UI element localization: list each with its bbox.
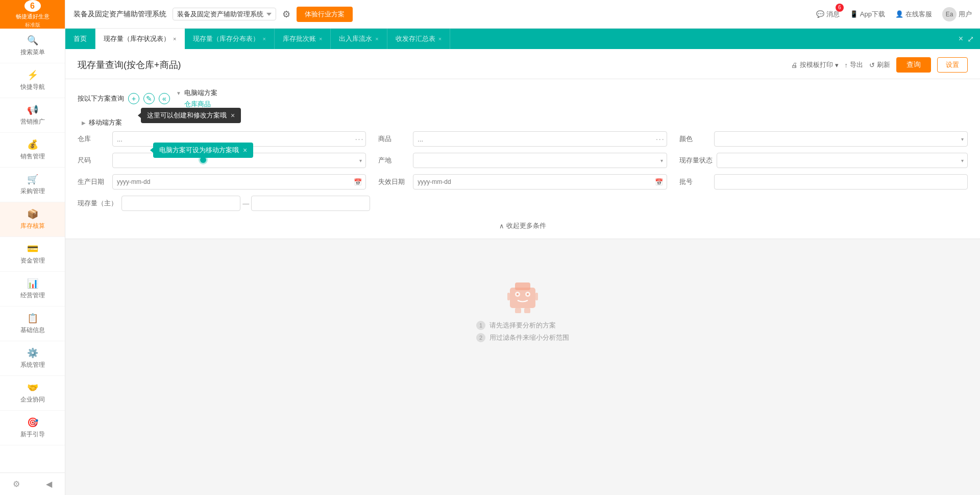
sidebar-item-sales-label: 销售管理 <box>20 152 45 161</box>
messages-button[interactable]: 💬 消息 6 <box>816 10 840 19</box>
close-inventory-dist-tab[interactable]: × <box>262 36 265 42</box>
sidebar-item-sales[interactable]: 💰 销售管理 <box>0 133 65 168</box>
enterprise-icon: 🤝 <box>27 382 38 393</box>
system-selector[interactable]: 装备及固定资产辅助管理系统 <box>173 8 276 20</box>
sidebar-item-quick[interactable]: ⚡ 快捷导航 <box>0 63 65 98</box>
create-tooltip-close[interactable]: × <box>231 111 235 120</box>
sidebar-item-system[interactable]: ⚙️ 系统管理 <box>0 341 65 376</box>
scheme-pc-parent[interactable]: ▼ 电脑端方案 <box>176 87 258 99</box>
stock-main-max-input[interactable] <box>251 196 370 211</box>
cursor-indicator <box>200 157 206 163</box>
collapse-filter-button[interactable]: ∧ 收起更多条件 <box>78 217 968 230</box>
marketing-icon: 📢 <box>27 104 38 115</box>
sales-icon: 💰 <box>27 139 38 150</box>
header-gear-icon[interactable]: ⚙ <box>282 9 290 20</box>
tab-collect-summary[interactable]: 收发存汇总表 × <box>387 29 450 49</box>
filter-row-3: 生产日期 📅 失效日期 📅 批号 <box>78 174 968 190</box>
header-right: 💬 消息 6 📱 App下载 👤 在线客服 Ea 用户 <box>816 7 972 21</box>
production-date-input[interactable] <box>112 174 366 190</box>
sidebar-item-quick-label: 快捷导航 <box>20 83 45 91</box>
export-button[interactable]: ↑ 导出 <box>845 60 864 69</box>
pc-tooltip-close[interactable]: × <box>243 146 247 154</box>
filter-add-button[interactable]: + <box>128 93 139 104</box>
close-collect-summary-tab[interactable]: × <box>438 36 442 42</box>
sidebar-item-business[interactable]: 📊 经营管理 <box>0 272 65 307</box>
filter-edit-button[interactable]: ✎ <box>143 93 155 104</box>
goods-select-wrap: ··· <box>413 131 667 147</box>
close-all-tabs-icon[interactable]: × <box>959 34 963 43</box>
query-button[interactable]: 查询 <box>896 57 931 73</box>
sidebar-item-marketing[interactable]: 📢 营销推广 <box>0 98 65 133</box>
service-icon: 👤 <box>895 10 903 18</box>
svg-rect-7 <box>535 293 538 300</box>
tab-inventory-status[interactable]: 现存量（库存状况表） × <box>95 29 185 49</box>
print-button[interactable]: 🖨 按模板打印 ▾ <box>791 60 839 69</box>
app-download-label: App下载 <box>860 10 885 19</box>
sidebar-item-basic[interactable]: 📋 基础信息 <box>0 307 65 341</box>
warehouse-more-icon: ··· <box>355 135 364 143</box>
sidebar-item-purchase[interactable]: 🛒 采购管理 <box>0 168 65 202</box>
finance-icon: 💳 <box>27 243 38 254</box>
close-in-out-flow-tab[interactable]: × <box>375 36 378 42</box>
quick-icon: ⚡ <box>27 69 38 81</box>
basic-icon: 📋 <box>27 313 38 324</box>
chevron-down-icon: ▼ <box>176 90 181 96</box>
sidebar-item-search[interactable]: 🔍 搜索菜单 <box>0 29 65 63</box>
goods-input[interactable] <box>413 131 667 147</box>
scheme-tree: ▼ 电脑端方案 仓库商品 <box>176 87 258 110</box>
filter-expiry-date: 失效日期 📅 <box>378 174 667 190</box>
origin-select[interactable] <box>413 153 667 168</box>
sidebar-item-guide[interactable]: 🎯 新手引导 <box>0 411 65 445</box>
filter-back-button[interactable]: « <box>159 93 170 104</box>
expiry-date-input[interactable] <box>413 174 667 190</box>
app-download-button[interactable]: 📱 App下载 <box>850 10 885 19</box>
filter-production-date: 生产日期 📅 <box>78 174 366 190</box>
page-actions: 🖨 按模板打印 ▾ ↑ 导出 ↺ 刷新 查询 设置 <box>791 57 968 79</box>
service-button[interactable]: 👤 在线客服 <box>895 10 932 19</box>
collapse-icon[interactable]: ◀ <box>46 479 52 489</box>
sidebar-item-inventory[interactable]: 📦 库存核算 <box>0 202 65 237</box>
tab-bar: 首页 现存量（库存状况表） × 现存量（库存分布表） × 库存批次账 × 出入库… <box>65 29 980 49</box>
stock-status-select-wrap: ▾ <box>717 153 968 168</box>
filter-label: 按以下方案查询 <box>78 94 124 103</box>
color-label: 颜色 <box>679 134 710 144</box>
tab-batch-account[interactable]: 库存批次账 × <box>275 29 331 49</box>
add-icon: + <box>132 95 136 103</box>
logo-icon: 6 <box>24 0 41 12</box>
color-select[interactable] <box>714 131 968 147</box>
app-title: 装备及固定资产辅助管理系统 <box>74 10 166 19</box>
batch-no-input[interactable] <box>714 174 968 190</box>
settings-icon[interactable]: ⚙ <box>13 479 20 489</box>
logo-subtitle: 标准版 <box>25 21 40 29</box>
filter-stock-status: 现存量状态 ▾ <box>679 153 968 168</box>
search-icon: 🔍 <box>27 35 38 46</box>
service-label: 在线客服 <box>905 10 932 19</box>
user-menu[interactable]: Ea 用户 <box>942 7 972 21</box>
sidebar-item-guide-label: 新手引导 <box>20 430 45 439</box>
hint-2-text: 用过滤条件来缩小分析范围 <box>489 333 569 342</box>
sidebar-item-enterprise[interactable]: 🤝 企业协同 <box>0 376 65 411</box>
filter-stock-main: 现存量（主） — <box>78 196 370 211</box>
close-inventory-status-tab[interactable]: × <box>173 36 176 42</box>
export-icon: ↑ <box>845 61 848 69</box>
page-content: 现存量查询(按仓库+商品) 🖨 按模板打印 ▾ ↑ 导出 ↺ 刷新 查询 设置 <box>65 49 980 495</box>
filter-header: 按以下方案查询 + ✎ « ▼ 电脑端方案 <box>78 87 968 110</box>
sidebar-item-finance[interactable]: 💳 资金管理 <box>0 237 65 272</box>
sidebar: 6 畅捷通好生意 标准版 🔍 搜索菜单 ⚡ 快捷导航 📢 营销推广 💰 销售管理… <box>0 0 65 495</box>
hint-1-num: 1 <box>476 321 485 330</box>
expand-tabs-icon[interactable]: ⤢ <box>967 34 974 44</box>
tab-collect-summary-label: 收发存汇总表 <box>396 34 435 43</box>
stock-status-select[interactable] <box>717 153 968 168</box>
tab-home[interactable]: 首页 <box>65 29 95 49</box>
setting-button[interactable]: 设置 <box>937 57 968 73</box>
sidebar-item-inventory-label: 库存核算 <box>20 222 45 230</box>
tab-in-out-flow[interactable]: 出入库流水 × <box>331 29 387 49</box>
batch-no-label: 批号 <box>679 177 710 186</box>
app-header: 装备及固定资产辅助管理系统 装备及固定资产辅助管理系统 ⚙ 体验行业方案 💬 消… <box>65 0 980 29</box>
tab-inventory-dist[interactable]: 现存量（库存分布表） × <box>185 29 274 49</box>
solution-button[interactable]: 体验行业方案 <box>297 7 353 22</box>
stock-main-min-input[interactable] <box>121 196 240 211</box>
close-batch-account-tab[interactable]: × <box>319 36 322 42</box>
refresh-button[interactable]: ↺ 刷新 <box>869 60 890 69</box>
range-separator: — <box>242 200 249 207</box>
